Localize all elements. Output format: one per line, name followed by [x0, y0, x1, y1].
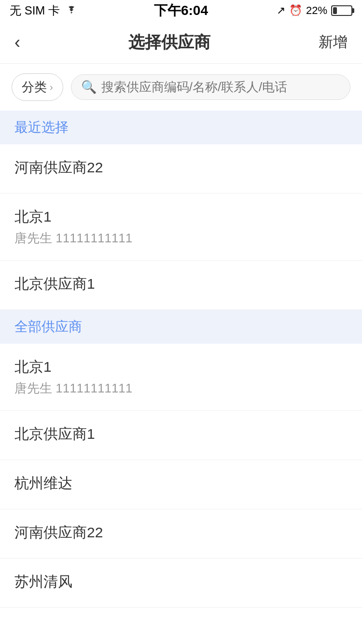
all-section-label: 全部供应商 — [14, 319, 82, 334]
back-button[interactable]: ‹ — [14, 32, 20, 53]
list-item[interactable]: 杭州维达 — [0, 460, 362, 509]
category-label: 分类 — [22, 79, 47, 96]
page-title: 选择供应商 — [128, 31, 210, 54]
all-section-header: 全部供应商 — [0, 310, 362, 344]
list-item[interactable]: 北京1唐先生 11111111111 — [0, 194, 362, 261]
status-bar: 无 SIM 卡 下午6:04 ↗ ⏰ 22% — [0, 0, 362, 21]
list-item[interactable]: 北京供应商1 — [0, 411, 362, 460]
recent-section-label: 最近选择 — [14, 120, 69, 135]
list-item[interactable]: 河南供应商22 — [0, 144, 362, 194]
item-name: 北京1 — [14, 207, 348, 227]
add-button[interactable]: 新增 — [319, 32, 348, 52]
chevron-right-icon: › — [50, 82, 53, 93]
item-name: 河南供应商22 — [14, 523, 348, 543]
recent-items-list: 河南供应商22北京1唐先生 11111111111北京供应商1 — [0, 144, 362, 310]
search-input[interactable] — [101, 80, 340, 95]
item-name: 北京供应商1 — [14, 274, 348, 294]
item-detail: 唐先生 11111111111 — [14, 230, 348, 247]
search-icon: 🔍 — [81, 80, 97, 95]
list-item[interactable]: 河南供应商22 — [0, 509, 362, 559]
item-name: 北京供应商1 — [14, 424, 348, 444]
list-item[interactable]: 北京供应商1 — [0, 261, 362, 310]
item-name: 北京1 — [14, 357, 348, 377]
list-item[interactable]: 北京1唐先生 11111111111 — [0, 344, 362, 411]
item-name: 苏州清风 — [14, 572, 348, 592]
status-time: 下午6:04 — [154, 1, 208, 20]
item-name: 河南供应商22 — [14, 158, 348, 178]
battery-icon — [331, 5, 352, 16]
battery-percent: 22% — [306, 4, 327, 17]
alarm-icon: ⏰ — [289, 4, 302, 17]
item-detail: 唐先生 11111111111 — [14, 380, 348, 397]
search-box[interactable]: 🔍 — [71, 74, 350, 100]
all-items-list: 北京1唐先生 11111111111北京供应商1杭州维达河南供应商22苏州清风 — [0, 344, 362, 608]
location-icon: ↗ — [277, 4, 285, 17]
filter-bar: 分类 › 🔍 — [0, 64, 362, 111]
status-left: 无 SIM 卡 — [10, 3, 78, 18]
status-right: ↗ ⏰ 22% — [277, 4, 352, 17]
nav-bar: ‹ 选择供应商 新增 — [0, 21, 362, 64]
no-sim-label: 无 SIM 卡 — [10, 3, 60, 18]
wifi-icon — [65, 6, 78, 15]
list-item[interactable]: 苏州清风 — [0, 559, 362, 608]
item-name: 杭州维达 — [14, 474, 348, 493]
recent-section-header: 最近选择 — [0, 111, 362, 144]
category-button[interactable]: 分类 › — [12, 73, 63, 101]
